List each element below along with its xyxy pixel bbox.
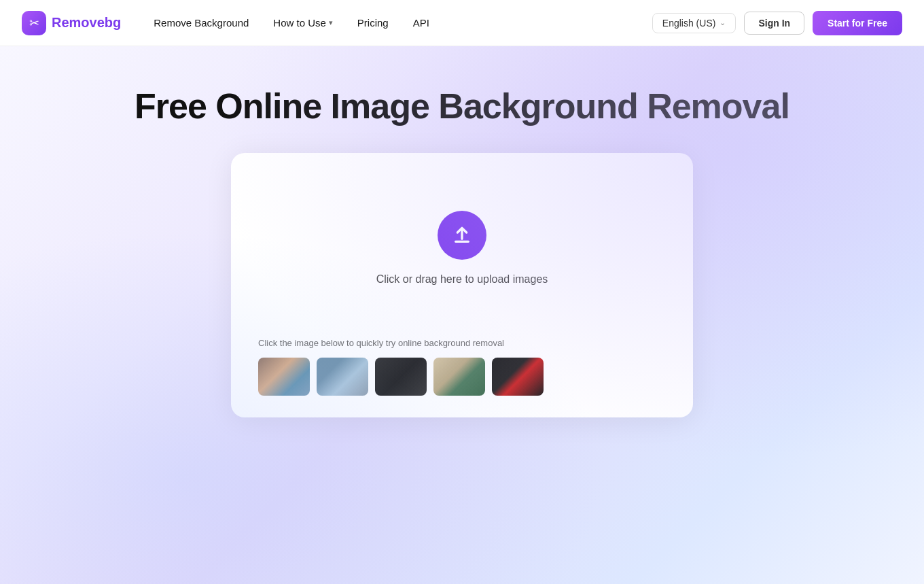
sample-image-3[interactable] bbox=[375, 358, 427, 396]
logo-symbol: ✂ bbox=[29, 16, 39, 31]
sample-image-4[interactable] bbox=[433, 358, 485, 396]
nav-how-to-use[interactable]: How to Use ▾ bbox=[262, 12, 344, 34]
language-selector[interactable]: English (US) ⌄ bbox=[652, 13, 736, 33]
logo-link[interactable]: ✂ Removebg bbox=[22, 11, 121, 35]
sample-image-1[interactable] bbox=[258, 358, 310, 396]
nav-links: Remove Background How to Use ▾ Pricing A… bbox=[143, 12, 652, 34]
sample-section: Click the image below to quickly try onl… bbox=[258, 338, 666, 396]
sample-image-2[interactable] bbox=[317, 358, 368, 396]
upload-icon-circle bbox=[438, 211, 486, 260]
how-to-use-chevron-icon: ▾ bbox=[329, 18, 333, 27]
sample-label: Click the image below to quickly try onl… bbox=[258, 338, 666, 348]
sample-images bbox=[258, 358, 666, 396]
hero-title: Free Online Image Background Removal bbox=[135, 87, 789, 126]
upload-card: Click or drag here to upload images Clic… bbox=[231, 153, 693, 417]
brand-name: Removebg bbox=[52, 15, 121, 31]
sample-image-5[interactable] bbox=[492, 358, 544, 396]
nav-right: English (US) ⌄ Sign In Start for Free bbox=[652, 11, 902, 35]
upload-area[interactable]: Click or drag here to upload images bbox=[258, 180, 666, 316]
start-for-free-button[interactable]: Start for Free bbox=[813, 11, 902, 35]
navbar: ✂ Removebg Remove Background How to Use … bbox=[0, 0, 924, 46]
upload-instruction: Click or drag here to upload images bbox=[376, 273, 548, 286]
upload-arrow-icon bbox=[451, 224, 473, 246]
sign-in-button[interactable]: Sign In bbox=[744, 12, 804, 35]
nav-api[interactable]: API bbox=[402, 12, 440, 34]
nav-remove-background[interactable]: Remove Background bbox=[143, 12, 260, 34]
logo-icon: ✂ bbox=[22, 11, 46, 35]
hero-section: Free Online Image Background Removal Cli… bbox=[0, 46, 924, 584]
language-chevron-icon: ⌄ bbox=[719, 18, 726, 27]
nav-pricing[interactable]: Pricing bbox=[346, 12, 399, 34]
language-label: English (US) bbox=[662, 18, 716, 29]
